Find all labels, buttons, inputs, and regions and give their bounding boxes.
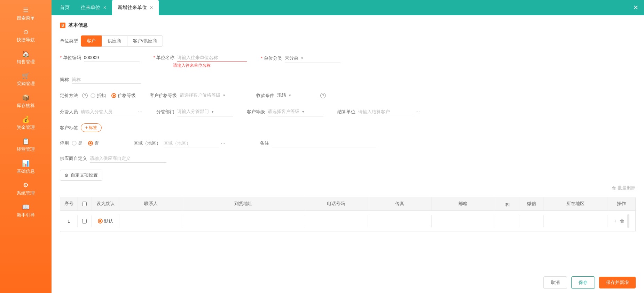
supplier-custom-group: 供应商自定义: [60, 154, 166, 163]
row-add-button[interactable]: +: [613, 218, 616, 224]
manager-row: 分管人员 ··· 分管部门 请输入分管部门 ▾ 客户等级 请选择客户等级 ▾ 结…: [60, 107, 636, 116]
department-select[interactable]: 请输入分管部门 ▾: [177, 107, 233, 116]
save-button[interactable]: 保存: [571, 276, 595, 289]
region-more[interactable]: ···: [221, 140, 225, 146]
sidebar-item-sales[interactable]: 🏠 销售管理: [0, 47, 52, 68]
bottom-action-bar: 取消 保存 保存并新增: [52, 272, 644, 293]
cancel-button[interactable]: 取消: [543, 276, 567, 289]
select-all-checkbox[interactable]: [82, 202, 87, 206]
sidebar-item-label: 快捷导航: [17, 37, 35, 43]
sidebar-item-system[interactable]: ⚙ 系统管理: [0, 178, 52, 200]
tab-partners[interactable]: 往来单位 ✕: [75, 0, 112, 15]
remarks-label: 备注: [260, 140, 269, 146]
unit-btn-customer[interactable]: 客户: [81, 35, 102, 47]
batch-delete-label[interactable]: 批量删除: [618, 185, 636, 191]
supplier-custom-input[interactable]: [90, 154, 166, 163]
short-name-input[interactable]: [72, 75, 141, 84]
unit-type-row: 单位类型 客户 供应商 客户/供应商: [60, 35, 636, 47]
unit-code-label: 单位编码: [60, 55, 81, 61]
row-delete-button[interactable]: 🗑: [620, 218, 625, 224]
customer-level-chevron: ▾: [302, 109, 304, 114]
remarks-input[interactable]: [272, 139, 376, 147]
sidebar-item-operations[interactable]: 📋 经营管理: [0, 134, 52, 156]
sidebar-item-label: 采购管理: [17, 81, 35, 87]
add-tag-button[interactable]: + 标签: [81, 123, 102, 132]
disabled-no-label: 否: [94, 140, 99, 146]
customer-price-level-select[interactable]: 请选择客户价格等级 ▾: [180, 91, 242, 100]
sales-icon: 🏠: [22, 50, 30, 58]
disabled-yes[interactable]: 是: [72, 140, 83, 146]
manager-more[interactable]: ···: [138, 109, 142, 115]
customer-price-level-label: 客户价格等级: [150, 92, 177, 99]
sidebar-item-purchase[interactable]: 🛒 采购管理: [0, 68, 52, 90]
contacts-table: 序号 设为默认 联系人 到货地址 电话号码 传真 邮箱 qq 微信 所在地区 操…: [60, 197, 636, 232]
settlement-more[interactable]: ···: [415, 109, 420, 115]
col-email: 邮箱: [432, 197, 495, 210]
manager-group: 分管人员 ···: [60, 108, 142, 116]
settings-icon: ⚙: [64, 173, 69, 178]
col-contact: 联系人: [119, 197, 183, 210]
region-input[interactable]: [164, 139, 219, 147]
sidebar-item-guide[interactable]: 📖 新手引导: [0, 200, 52, 222]
unit-category-select[interactable]: 未分类 ▾: [285, 54, 340, 63]
payment-terms-select[interactable]: 现结 ▾: [277, 91, 319, 100]
main-area: 首页 往来单位 ✕ 新增往来单位 ✕ ✕ B 基本信息 单位类型 客户 供应商: [52, 0, 644, 293]
col-addr: 到货地址: [183, 197, 304, 210]
unit-code-input[interactable]: [84, 54, 140, 62]
basic-info-icon: 📊: [22, 160, 30, 167]
row-default-radio[interactable]: 默认: [98, 218, 113, 224]
row-wechat-input[interactable]: [522, 219, 541, 224]
sidebar-item-label: 销售管理: [17, 59, 35, 65]
tab-home-label: 首页: [60, 5, 70, 11]
col-fax: 传真: [368, 197, 432, 210]
row-region-input[interactable]: [547, 219, 604, 224]
sidebar-item-inventory[interactable]: 📦 库存核算: [0, 90, 52, 112]
tab-partners-close[interactable]: ✕: [103, 5, 107, 10]
payment-terms-value: 现结: [277, 92, 286, 98]
unit-btn-both[interactable]: 客户/供应商: [127, 35, 163, 47]
unit-name-error: 请输入往来单位名称: [173, 63, 211, 68]
pricing-help-icon[interactable]: ?: [82, 93, 88, 98]
row-phone-input[interactable]: [307, 219, 365, 224]
col-checkbox: [78, 197, 92, 210]
row-contact-input[interactable]: [122, 219, 180, 224]
payment-terms-group: 收款条件 现结 ▾ ?: [256, 91, 326, 100]
manager-input[interactable]: [81, 108, 136, 116]
settlement-input[interactable]: [358, 108, 414, 116]
tab-new-partner[interactable]: 新增往来单位 ✕: [112, 0, 159, 15]
department-chevron: ▾: [212, 109, 214, 114]
col-phone: 电话号码: [304, 197, 368, 210]
row-email-input[interactable]: [434, 219, 492, 224]
tab-new-partner-close[interactable]: ✕: [150, 5, 153, 10]
payment-help-icon[interactable]: ?: [320, 93, 326, 98]
pricing-radio-level[interactable]: 价格等级: [111, 92, 136, 99]
row-checkbox: [78, 215, 92, 227]
sidebar-item-quick-nav[interactable]: ⊙ 快捷导航: [0, 25, 52, 47]
col-wechat: 微信: [519, 197, 544, 210]
sidebar-item-basic-info[interactable]: 📊 基础信息: [0, 156, 52, 178]
customer-level-placeholder: 请选择客户等级: [268, 108, 299, 115]
short-name-group: 简称: [60, 75, 141, 84]
unit-btn-supplier[interactable]: 供应商: [102, 35, 127, 47]
save-and-new-button[interactable]: 保存并新增: [599, 277, 636, 288]
short-name-row: 简称: [60, 75, 636, 84]
disabled-label: 停用: [60, 140, 69, 146]
section-title-basic: B 基本信息: [60, 22, 636, 29]
window-close-button[interactable]: ✕: [630, 4, 641, 11]
custom-settings-button[interactable]: ⚙ 自定义项设置: [60, 170, 102, 181]
row-addr: [183, 215, 304, 227]
sidebar-item-label: 库存核算: [17, 103, 35, 109]
row-addr-input[interactable]: [186, 219, 301, 224]
short-name-label: 简称: [60, 76, 69, 83]
row-select-checkbox[interactable]: [82, 219, 87, 223]
disabled-no[interactable]: 否: [88, 140, 99, 146]
tab-home[interactable]: 首页: [54, 0, 75, 15]
sidebar-item-search[interactable]: ☰ 搜索菜单: [0, 3, 52, 25]
row-fax-input[interactable]: [371, 219, 429, 224]
sidebar-item-finance[interactable]: 💰 资金管理: [0, 112, 52, 134]
department-label: 分管部门: [156, 109, 174, 115]
customer-level-select[interactable]: 请选择客户等级 ▾: [268, 107, 323, 116]
row-qq-input[interactable]: [498, 219, 516, 224]
unit-name-input[interactable]: [177, 54, 247, 62]
pricing-radio-discount[interactable]: 折扣: [91, 92, 106, 99]
